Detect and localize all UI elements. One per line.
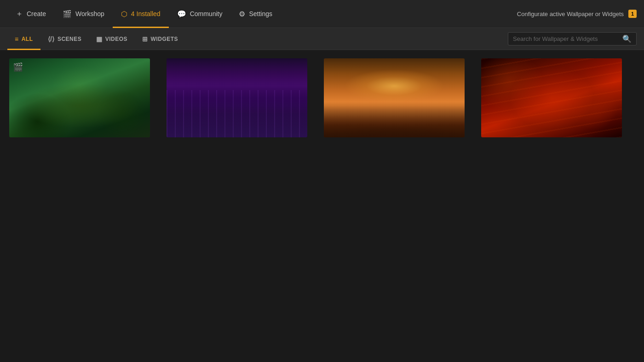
create-icon: ＋ (16, 9, 23, 19)
nav-settings-label: Settings (249, 10, 272, 17)
wallpaper-thumb-3 (324, 58, 465, 137)
content-area: 🎬 (0, 50, 644, 146)
nav-create-label: Create (27, 10, 46, 17)
filter-videos[interactable]: ▦ VIDEOS (89, 28, 135, 50)
nav-workshop[interactable]: 🎬 Workshop (54, 0, 113, 28)
wallpaper-grid: 🎬 (9, 58, 635, 137)
filter-scenes[interactable]: ⟨/⟩ SCENES (40, 28, 89, 50)
settings-icon: ⚙ (239, 10, 245, 18)
community-icon: 💬 (177, 10, 186, 18)
all-icon: ≡ (15, 35, 19, 43)
search-icon[interactable]: 🔍 (622, 34, 632, 43)
nav-settings[interactable]: ⚙ Settings (230, 0, 281, 28)
videos-icon: ▦ (96, 35, 103, 43)
widgets-icon: ⊞ (142, 35, 148, 43)
wallpaper-card-3[interactable] (324, 58, 465, 137)
video-badge-1: 🎬 (13, 62, 23, 72)
filter-videos-label: VIDEOS (105, 36, 127, 42)
search-input[interactable] (513, 35, 622, 42)
filter-widgets[interactable]: ⊞ WIDGETS (135, 28, 185, 50)
wallpaper-card-4[interactable] (481, 58, 622, 137)
filter-bar: ≡ ALL ⟨/⟩ SCENES ▦ VIDEOS ⊞ WIDGETS 🔍 (0, 28, 644, 50)
nav-workshop-label: Workshop (75, 10, 104, 17)
top-nav: ＋ Create 🎬 Workshop ⬡ 4 Installed 💬 Comm… (0, 0, 644, 28)
workshop-icon: 🎬 (63, 10, 72, 18)
scenes-icon: ⟨/⟩ (48, 35, 55, 43)
nav-community[interactable]: 💬 Community (169, 0, 231, 28)
nav-right-area: Configurate active Wallpaper or Widgets … (517, 10, 637, 18)
configure-text: Configurate active Wallpaper or Widgets (517, 11, 624, 17)
nav-create[interactable]: ＋ Create (7, 0, 54, 28)
filter-all-label: ALL (22, 36, 33, 42)
nav-installed[interactable]: ⬡ 4 Installed (113, 0, 169, 28)
filter-scenes-label: SCENES (58, 36, 81, 42)
nav-community-label: Community (190, 10, 223, 17)
search-area[interactable]: 🔍 (508, 32, 637, 45)
filter-all[interactable]: ≡ ALL (7, 28, 40, 50)
wallpaper-card-2[interactable] (167, 58, 307, 137)
installed-icon: ⬡ (121, 10, 127, 18)
wallpaper-thumb-4 (481, 58, 622, 137)
wallpaper-thumb-1 (9, 58, 150, 137)
nav-installed-label: 4 Installed (131, 10, 161, 17)
wallpaper-card-1[interactable]: 🎬 (9, 58, 150, 137)
wallpaper-thumb-2 (167, 58, 307, 137)
nav-badge: 1 (628, 10, 637, 18)
filter-widgets-label: WIDGETS (151, 36, 178, 42)
